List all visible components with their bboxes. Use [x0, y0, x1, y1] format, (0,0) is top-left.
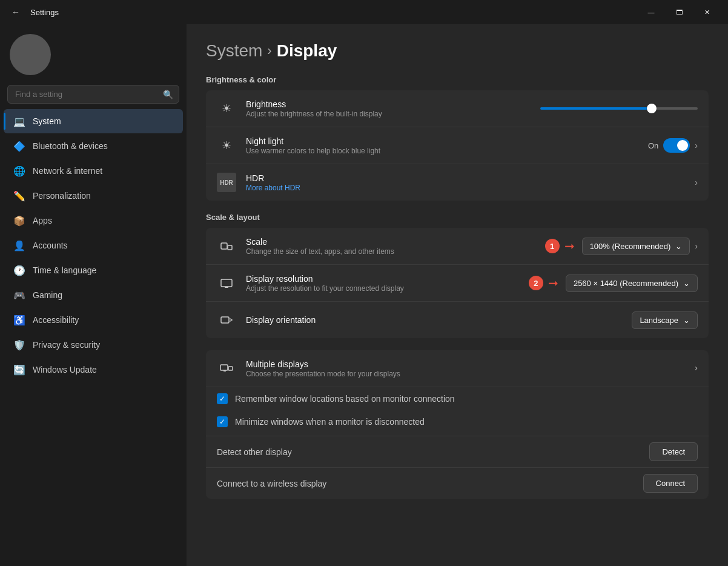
checkbox-minimize[interactable] [217, 416, 228, 427]
hdr-row[interactable]: HDR HDR More about HDR › [206, 164, 709, 201]
hdr-link[interactable]: More about HDR [246, 184, 300, 192]
titlebar: ← Settings — 🗖 ✕ [0, 0, 728, 24]
sidebar-label-system: System [33, 116, 61, 126]
svg-rect-0 [221, 243, 227, 249]
hdr-chevron[interactable]: › [695, 178, 698, 187]
scale-row: Scale Change the size of text, apps, and… [206, 228, 709, 265]
sidebar-item-accounts[interactable]: 👤 Accounts [4, 233, 183, 258]
scale-annotation: 1 [545, 239, 560, 253]
scale-section-title: Scale & layout [206, 213, 709, 222]
window-title: Settings [30, 8, 631, 17]
checkbox-remember[interactable] [217, 393, 228, 404]
hdr-subtitle: More about HDR [246, 184, 685, 192]
sidebar-label-time: Time & language [33, 265, 96, 275]
multiple-displays-icon [217, 359, 236, 378]
brightness-icon: ☀ [217, 99, 236, 118]
multiple-displays-collapse-icon[interactable]: ⌃ [689, 365, 699, 372]
scale-chevron-icon: ⌄ [675, 242, 682, 251]
night-light-row[interactable]: ☀ Night light Use warmer colors to help … [206, 127, 709, 164]
multiple-displays-section: Multiple displays Choose the presentatio… [206, 350, 709, 499]
svg-rect-3 [225, 287, 228, 288]
breadcrumb-current: Display [277, 41, 337, 61]
main-layout: 🔍 💻 System 🔷 Bluetooth & devices 🌐 Netwo… [0, 24, 728, 566]
brightness-card: ☀ Brightness Adjust the brightness of th… [206, 90, 709, 201]
accounts-icon: 👤 [13, 239, 25, 251]
brightness-section-title: Brightness & color [206, 75, 709, 84]
search-icon: 🔍 [163, 90, 173, 99]
sidebar-item-network[interactable]: 🌐 Network & internet [4, 159, 183, 183]
night-light-toggle-label: On [648, 141, 658, 150]
scale-dropdown[interactable]: 100% (Recommended) ⌄ [582, 238, 690, 255]
sidebar-item-windows-update[interactable]: 🔄 Windows Update [4, 358, 183, 382]
orientation-dropdown[interactable]: Landscape ⌄ [632, 311, 698, 329]
resolution-title: Display resolution [246, 274, 519, 284]
resolution-icon [217, 273, 236, 293]
sidebar-label-bluetooth: Bluetooth & devices [33, 141, 108, 151]
detect-display-row: Detect other display Detect [206, 436, 709, 468]
maximize-button[interactable]: 🗖 [665, 0, 693, 24]
content-area: System › Display Brightness & color ☀ Br… [187, 24, 728, 566]
sidebar-item-bluetooth[interactable]: 🔷 Bluetooth & devices [4, 134, 183, 158]
orientation-title: Display orientation [246, 315, 622, 325]
sidebar-label-accounts: Accounts [33, 241, 68, 250]
scale-title: Scale [246, 237, 535, 247]
resolution-annotation: 2 [529, 276, 543, 290]
sidebar-item-system[interactable]: 💻 System [4, 109, 183, 133]
resolution-row: Display resolution Adjust the resolution… [206, 265, 709, 302]
svg-rect-1 [228, 245, 232, 250]
bluetooth-icon: 🔷 [13, 140, 25, 152]
orientation-row: Display orientation Landscape ⌄ [206, 302, 709, 338]
windows-update-icon: 🔄 [13, 364, 25, 376]
resolution-chevron-icon: ⌄ [683, 279, 690, 288]
scale-icon [217, 236, 236, 256]
scale-subtitle: Change the size of text, apps, and other… [246, 247, 535, 256]
night-light-toggle[interactable] [663, 138, 690, 153]
breadcrumb-system: System [206, 41, 262, 61]
detect-button[interactable]: Detect [649, 442, 698, 461]
sidebar-nav: 💻 System 🔷 Bluetooth & devices 🌐 Network… [0, 108, 187, 382]
checkbox-minimize-row: Minimize windows when a monitor is disco… [206, 410, 709, 436]
search-container: 🔍 [7, 85, 179, 104]
minimize-button[interactable]: — [637, 0, 665, 24]
checkbox-minimize-label: Minimize windows when a monitor is disco… [235, 417, 425, 427]
time-icon: 🕐 [13, 264, 25, 276]
sidebar-item-apps[interactable]: 📦 Apps [4, 208, 183, 233]
sidebar-item-gaming[interactable]: 🎮 Gaming [4, 283, 183, 307]
orientation-control: Landscape ⌄ [632, 311, 698, 329]
sidebar-item-accessibility[interactable]: ♿ Accessibility [4, 308, 183, 332]
hdr-icon: HDR [217, 173, 236, 192]
sidebar-label-network: Network & internet [33, 166, 102, 176]
night-light-chevron[interactable]: › [695, 141, 698, 150]
sidebar-label-accessibility: Accessibility [33, 315, 79, 325]
brightness-subtitle: Adjust the brightness of the built-in di… [246, 110, 531, 118]
sidebar-item-time[interactable]: 🕐 Time & language [4, 258, 183, 282]
connect-display-row: Connect to a wireless display Connect [206, 468, 709, 499]
resolution-dropdown[interactable]: 2560 × 1440 (Recommended) ⌄ [566, 275, 698, 292]
sidebar-item-privacy[interactable]: 🛡️ Privacy & security [4, 333, 183, 357]
sidebar: 🔍 💻 System 🔷 Bluetooth & devices 🌐 Netwo… [0, 24, 187, 566]
apps-icon: 📦 [13, 215, 25, 227]
connect-button[interactable]: Connect [643, 474, 698, 493]
svg-rect-2 [221, 279, 232, 287]
sidebar-label-apps: Apps [33, 216, 52, 225]
system-icon: 💻 [13, 115, 25, 127]
multiple-displays-title: Multiple displays [246, 359, 681, 369]
sidebar-label-privacy: Privacy & security [33, 340, 100, 350]
brightness-control [540, 107, 698, 110]
breadcrumb: System › Display [206, 41, 709, 61]
sidebar-item-personalization[interactable]: ✏️ Personalization [4, 184, 183, 208]
back-button[interactable]: ← [7, 4, 24, 21]
scale-layout-section: Scale & layout Scale Change the size of … [206, 213, 709, 338]
sidebar-label-personalization: Personalization [33, 191, 91, 201]
night-light-subtitle: Use warmer colors to help block blue lig… [246, 147, 638, 155]
scale-row-chevron[interactable]: › [695, 241, 698, 251]
network-icon: 🌐 [13, 165, 25, 177]
brightness-slider[interactable] [540, 107, 698, 110]
close-button[interactable]: ✕ [693, 0, 721, 24]
night-light-title: Night light [246, 136, 638, 146]
search-input[interactable] [7, 85, 179, 104]
multiple-displays-header[interactable]: Multiple displays Choose the presentatio… [206, 350, 709, 387]
scale-layout-card: Scale Change the size of text, apps, and… [206, 228, 709, 338]
resolution-control: 2 ➞ 2560 × 1440 (Recommended) ⌄ [529, 275, 698, 292]
scale-arrow: ➞ [564, 239, 575, 253]
